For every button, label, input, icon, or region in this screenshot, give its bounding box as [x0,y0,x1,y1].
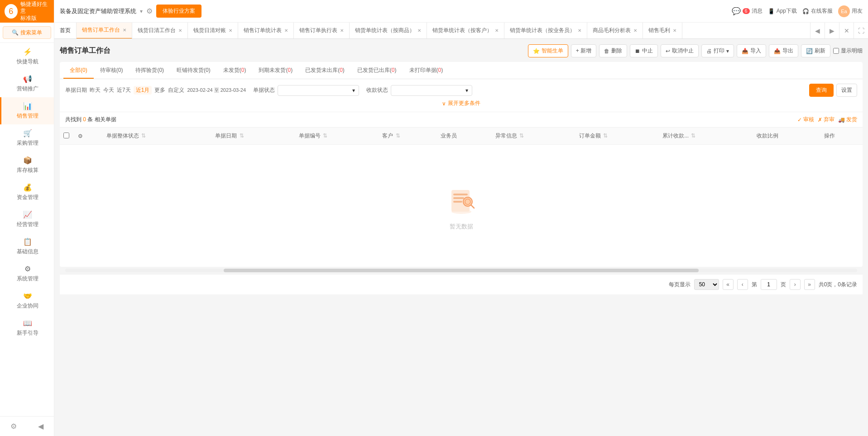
show-detail-label[interactable]: 显示明细 [833,47,863,55]
tab-sales-gross[interactable]: 销售毛利 ✕ [643,23,682,39]
collapse-sidebar-button[interactable]: ◀ [36,420,45,432]
sidebar-item-sales[interactable]: 📊 销售管理 [0,97,54,124]
filter-tab-shipped-out[interactable]: 已发货已出库(0) [351,62,403,79]
date-shortcut-1month[interactable]: 近1月 [134,86,152,95]
filter-tab-shipped-not-out[interactable]: 已发货未出库(0) [299,62,351,79]
industry-solution-button[interactable]: 体验行业方案 [156,5,201,18]
app-download-button[interactable]: 📱 App下载 [768,7,797,15]
date-shortcut-today[interactable]: 今天 [103,86,114,94]
first-page-button[interactable]: « [723,279,734,290]
filter-tab-all[interactable]: 全部(0) [63,62,94,79]
page-size-select[interactable]: 50 100 200 [694,279,719,290]
prev-page-button[interactable]: ‹ [737,279,748,290]
sort-number-icon[interactable]: ⇅ [323,133,327,139]
tab-close-sales-exec[interactable]: ✕ [340,28,344,33]
filter-tab-unprinted[interactable]: 未打印单据(0) [403,62,450,79]
sidebar-item-quick-nav[interactable]: ⚡ 快捷导航 [0,43,54,70]
topbar-dropdown-icon[interactable]: ▾ [140,8,143,14]
tab-cash-reconcile[interactable]: 钱货日清对账 ✕ [188,23,238,39]
date-shortcut-7days[interactable]: 近7天 [117,86,131,94]
audit-button[interactable]: ✓ 审核 [797,116,814,123]
suspend-button[interactable]: ⏹ 中止 [630,44,658,57]
date-shortcut-custom[interactable]: 自定义 [168,86,184,94]
sidebar-item-inventory[interactable]: 📦 库存核算 [0,152,54,179]
tab-close-shipment-product[interactable]: ✕ [417,28,421,33]
filter-tab-pending-inspect[interactable]: 待挥验货(0) [129,62,170,79]
tab-shipment-customer[interactable]: 销货单统计表（按客户） ✕ [427,23,504,39]
sidebar-item-operations[interactable]: 📈 经营管理 [0,206,54,233]
expand-conditions-button[interactable]: ∨ 展开更多条件 [442,100,480,107]
tab-gross-profit[interactable]: 商品毛利分析表 ✕ [587,23,643,39]
filter-tab-wangpu-ship[interactable]: 旺铺待发货(0) [170,62,217,79]
tab-daily-cash[interactable]: 钱货日清工作台 ✕ [132,23,188,39]
sidebar-item-cooperation[interactable]: 🤝 企业协同 [0,287,54,314]
print-button[interactable]: 🖨 打印 ▾ [701,44,734,57]
sort-date-icon[interactable]: ⇅ [240,133,244,139]
tab-shipment-product[interactable]: 销货单统计表（按商品） ✕ [350,23,427,39]
tab-close-sales-workbench[interactable]: ✕ [123,28,126,33]
sidebar-footer: ⚙ ◀ [0,416,54,436]
horizontal-scrollbar[interactable] [65,269,857,272]
date-shortcut-yesterday[interactable]: 昨天 [90,86,101,94]
cancel-audit-button[interactable]: ✗ 弃审 [818,116,834,123]
tab-home[interactable]: 首页 [54,23,77,39]
sort-customer-icon[interactable]: ⇅ [396,133,400,139]
filter-tab-pending-review[interactable]: 待审核(0) [94,62,129,79]
date-shortcut-more[interactable]: 更多 [154,86,165,94]
page-number-input[interactable] [761,279,777,290]
add-button[interactable]: + 新增 [571,44,596,57]
payment-select[interactable]: ▾ [391,85,472,96]
sort-abnormal-icon[interactable]: ⇅ [519,133,524,139]
sort-amount-icon[interactable]: ⇅ [603,133,608,139]
tab-close-all[interactable]: ✕ [839,23,854,39]
import-button[interactable]: 📥 导入 [737,44,766,57]
topbar-gear-icon[interactable]: ⚙ [146,7,153,15]
tab-sales-stat[interactable]: 销售订单统计表 ✕ [238,23,294,39]
filter-tab-unshipped[interactable]: 未发货(0) [217,62,253,79]
tab-shipment-staff[interactable]: 销货单统计表（按业务员） ✕ [504,23,587,39]
delete-button[interactable]: 🗑 删除 [599,44,627,57]
message-button[interactable]: 💬 6 消息 [732,7,762,15]
sort-collected-icon[interactable]: ⇅ [691,133,695,139]
tab-sales-exec[interactable]: 销售订单执行表 ✕ [294,23,350,39]
sidebar-item-guide[interactable]: 📖 新手引导 [0,314,54,341]
next-page-button[interactable]: › [790,279,801,290]
status-dropdown-icon: ▾ [352,87,355,94]
online-service-button[interactable]: 🎧 在线客服 [802,7,833,15]
tab-close-cash-reconcile[interactable]: ✕ [229,28,232,33]
smart-generate-button[interactable]: ⭐ 智能生单 [528,44,568,57]
ship-button[interactable]: 🚚 发货 [838,116,857,123]
show-detail-checkbox[interactable] [833,48,839,54]
tab-scroll-left[interactable]: ◀ [810,23,825,39]
sidebar-item-marketing[interactable]: 📢 营销推广 [0,70,54,97]
sidebar-item-finance[interactable]: 💰 资金管理 [0,179,54,206]
status-select[interactable]: ▾ [278,85,359,96]
user-menu[interactable]: Ea 用友 [838,5,863,17]
tab-close-daily-cash[interactable]: ✕ [178,28,182,33]
settings-button[interactable]: 设置 [836,84,857,97]
cancel-suspend-button[interactable]: ↩ 取消中止 [661,44,699,57]
last-page-button[interactable]: » [804,279,815,290]
sort-status-icon[interactable]: ⇅ [141,133,146,139]
tab-expand[interactable]: ⛶ [854,23,868,39]
refresh-button[interactable]: 🔄 刷新 [801,44,830,57]
tab-close-shipment-staff[interactable]: ✕ [578,28,581,33]
settings-footer-button[interactable]: ⚙ [9,420,19,432]
query-button[interactable]: 查询 [809,84,834,97]
sidebar-item-system[interactable]: ⚙ 系统管理 [0,260,54,287]
tab-sales-workbench[interactable]: 销售订单工作台 ✕ [77,23,132,39]
tab-close-sales-stat[interactable]: ✕ [284,28,288,33]
search-menu-button[interactable]: 🔍 搜索菜单 [3,26,51,39]
tab-scroll-right[interactable]: ▶ [825,23,839,39]
tab-close-sales-gross[interactable]: ✕ [673,28,676,33]
sidebar-item-purchase[interactable]: 🛒 采购管理 [0,124,54,152]
select-all-checkbox[interactable] [63,133,69,138]
export-button[interactable]: 📤 导出 [769,44,798,57]
sidebar-item-basic-info[interactable]: 📋 基础信息 [0,233,54,260]
audit-icon: ✓ [797,117,802,123]
th-settings-icon[interactable]: ⚙ [78,133,83,139]
scrollbar-thumb[interactable] [224,269,699,272]
filter-tab-overdue[interactable]: 到期未发货(0) [252,62,299,79]
tab-close-shipment-customer[interactable]: ✕ [495,28,499,33]
tab-close-gross-profit[interactable]: ✕ [633,28,637,33]
